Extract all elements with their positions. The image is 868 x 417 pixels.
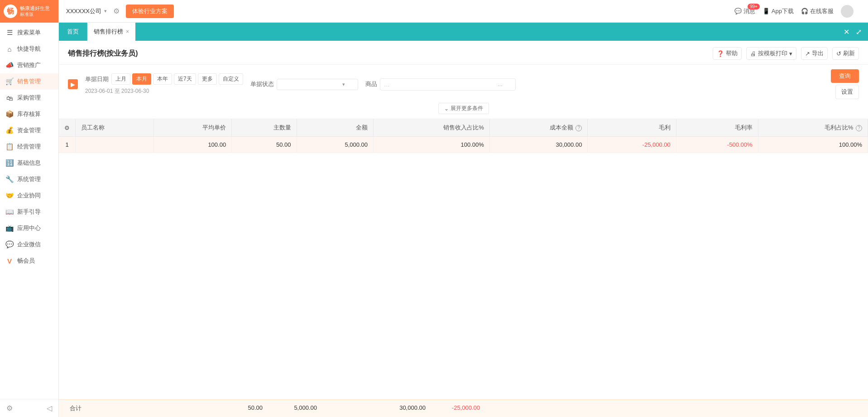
app-subtitle: 标准版 (20, 11, 50, 18)
help-button[interactable]: ❓ 帮助 (713, 47, 742, 60)
sidebar-item-shortcut[interactable]: ⌂ 快捷导航 (0, 41, 58, 57)
table-header-row: ⚙ 员工名称 平均单价 主数量 全额 销售收入占比% 成本全额 ? 毛利 毛利率… (59, 119, 868, 137)
collapse-icon[interactable]: ◁ (47, 404, 52, 412)
sidebar-item-cooperation[interactable]: 🤝 企业协同 (0, 187, 58, 204)
refresh-button[interactable]: ↺ 刷新 (832, 47, 859, 60)
sidebar-logo: 畅 畅康通好生意 标准版 (0, 0, 58, 23)
sidebar-item-label: 应用中心 (17, 224, 41, 232)
apps-icon: 📺 (5, 224, 14, 232)
goods-label: 商品 (365, 80, 377, 88)
page-actions: ❓ 帮助 🖨 按模板打印 ▾ ↗ 导出 ↺ 刷新 (713, 47, 859, 60)
inventory-icon: 📦 (5, 110, 14, 118)
col-gross-rate: 毛利率 (676, 119, 758, 137)
search-menu-icon: ☰ (5, 29, 14, 37)
active-tab-label: 销售排行榜 (94, 28, 123, 36)
sidebar-item-label: 企业微信 (17, 240, 41, 249)
service-label: 在线客服 (810, 7, 834, 15)
logo-icon: 畅 (4, 5, 17, 18)
cell-sales-pct: 100.00% (374, 137, 490, 153)
main-area: XXXXXX公司 ▾ ⚙ 体验行业方案 💬 消息 99+ 📱 App下载 🎧 在… (59, 0, 868, 417)
col-gross: 毛利 (588, 119, 676, 137)
trial-button[interactable]: 体验行业方案 (126, 5, 174, 18)
sidebar-item-wechat[interactable]: 💬 企业微信 (0, 236, 58, 253)
settings-icon[interactable]: ⚙ (6, 404, 13, 412)
cell-amount: 5,000.00 (297, 137, 373, 153)
sidebar-item-guide[interactable]: 📖 新手引导 (0, 204, 58, 220)
sidebar-item-management[interactable]: 📋 经营管理 (0, 139, 58, 155)
export-button[interactable]: ↗ 导出 (801, 47, 828, 60)
sidebar-item-label: 系统管理 (17, 175, 41, 183)
marketing-icon: 📣 (5, 61, 14, 69)
sidebar-item-finance[interactable]: 💰 资金管理 (0, 122, 58, 139)
sidebar-item-label: 畅会员 (17, 257, 35, 265)
sidebar-menu: ☰ 搜索菜单 ⌂ 快捷导航 📣 营销推广 🛒 销售管理 🛍 采购管理 📦 库存核… (0, 23, 58, 399)
user-avatar[interactable] (841, 5, 854, 18)
sales-icon: 🛒 (5, 77, 14, 86)
finance-icon: 💰 (5, 126, 14, 134)
system-icon: 🔧 (5, 175, 14, 183)
company-selector[interactable]: XXXXXX公司 ▾ (66, 7, 107, 15)
settings-gear-icon[interactable]: ⚙ (111, 5, 121, 17)
col-avg-price: 平均单价 (153, 119, 232, 137)
message-badge: 99+ (748, 4, 760, 10)
online-service-button[interactable]: 🎧 在线客服 (801, 7, 834, 15)
tab-close-icon[interactable]: × (126, 29, 129, 35)
expand-row: ⌄ 展开更多条件 (68, 103, 859, 114)
sidebar-item-marketing[interactable]: 📣 营销推广 (0, 57, 58, 73)
sidebar-item-label: 新手引导 (17, 208, 41, 216)
status-filter-group: 单据状态 ▾ (250, 79, 358, 90)
cost-info-icon[interactable]: ? (575, 125, 582, 131)
expand-icon: ⌄ (444, 105, 449, 112)
custom-date-btn[interactable]: 自定义 (219, 73, 243, 85)
sidebar-item-label: 采购管理 (17, 94, 41, 102)
tab-bar: 首页 销售排行榜 × ✕ ⤢ (59, 23, 868, 41)
sidebar-item-apps[interactable]: 📺 应用中心 (0, 220, 58, 236)
table-area: ⚙ 员工名称 平均单价 主数量 全额 销售收入占比% 成本全额 ? 毛利 毛利率… (59, 119, 868, 417)
date-buttons: 上月 本月 本年 近7天 更多 自定义 (111, 73, 243, 85)
date-label: 单据日期 (85, 75, 109, 83)
footer-cost: 30,000.00 (377, 404, 431, 412)
cell-avg-price: 100.00 (153, 137, 232, 153)
tab-sales-ranking[interactable]: 销售排行榜 × (87, 23, 135, 41)
last-month-btn[interactable]: 上月 (111, 73, 130, 85)
status-select-arrow-icon: ▾ (342, 81, 345, 87)
col-qty: 主数量 (232, 119, 297, 137)
app-download-button[interactable]: 📱 App下载 (762, 7, 794, 15)
col-settings[interactable]: ⚙ (59, 119, 76, 137)
expand-conditions-button[interactable]: ⌄ 展开更多条件 (438, 103, 489, 114)
sidebar-item-purchase[interactable]: 🛍 采购管理 (0, 90, 58, 106)
sidebar-item-system[interactable]: 🔧 系统管理 (0, 171, 58, 187)
template-print-button[interactable]: 🖨 按模板打印 ▾ (746, 47, 796, 60)
content-area: 销售排行榜(按业务员) ❓ 帮助 🖨 按模板打印 ▾ ↗ 导出 ↺ 刷新 (59, 41, 868, 417)
tab-home[interactable]: 首页 (59, 23, 87, 41)
sidebar-item-sales[interactable]: 🛒 销售管理 (0, 73, 58, 90)
message-icon: 💬 (734, 8, 742, 14)
status-select[interactable]: ▾ (277, 79, 358, 90)
sidebar-item-member[interactable]: V 畅会员 (0, 253, 58, 269)
more-date-btn[interactable]: 更多 (198, 73, 217, 85)
filter-toggle-icon[interactable]: ▶ (68, 79, 78, 89)
sidebar-item-label: 基础信息 (17, 159, 41, 167)
this-year-btn[interactable]: 本年 (153, 73, 172, 85)
query-actions: 查询 设置 (831, 69, 859, 99)
goods-input[interactable]: … … (380, 78, 516, 91)
query-button[interactable]: 查询 (831, 69, 859, 83)
sidebar-item-basic[interactable]: 🔢 基础信息 (0, 155, 58, 171)
sidebar-item-search[interactable]: ☰ 搜索菜单 (0, 24, 58, 41)
last-7-days-btn[interactable]: 近7天 (174, 73, 196, 85)
message-button[interactable]: 💬 消息 99+ (734, 7, 755, 15)
gross-pct-info-icon[interactable]: ? (856, 125, 862, 131)
sidebar-item-label: 经营管理 (17, 143, 41, 151)
set-button[interactable]: 设置 (835, 85, 859, 99)
topbar: XXXXXX公司 ▾ ⚙ 体验行业方案 💬 消息 99+ 📱 App下载 🎧 在… (59, 0, 868, 23)
sidebar-item-inventory[interactable]: 📦 库存核算 (0, 106, 58, 122)
app-label: App下载 (772, 7, 794, 15)
this-month-btn[interactable]: 本月 (132, 73, 151, 85)
date-filter-group: 单据日期 上月 本月 本年 近7天 更多 自定义 2023-06-01 至 20… (85, 73, 243, 95)
refresh-icon: ↺ (836, 50, 841, 57)
cell-gross: -25,000.00 (588, 137, 676, 153)
close-window-icon[interactable]: ✕ (842, 26, 851, 38)
table-scroll[interactable]: ⚙ 员工名称 平均单价 主数量 全额 销售收入占比% 成本全额 ? 毛利 毛利率… (59, 119, 868, 399)
guide-icon: 📖 (5, 208, 14, 216)
restore-icon[interactable]: ⤢ (854, 26, 863, 38)
